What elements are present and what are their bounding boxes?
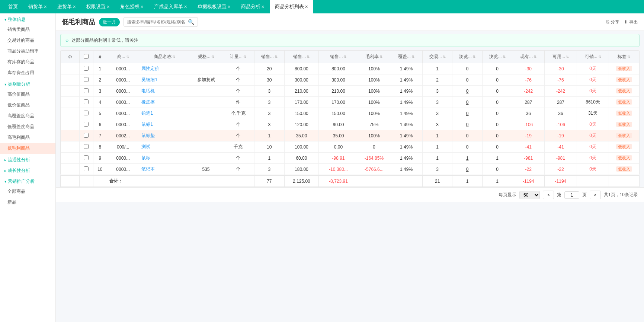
nav-sales-close[interactable]: ✕ (44, 4, 47, 9)
nav-permissions[interactable]: 权限设置 ✕ (81, 0, 115, 13)
col-views1[interactable]: 浏览...⇅ (452, 51, 482, 63)
col-tag[interactable]: 标签⇅ (609, 51, 639, 63)
row-select-checkbox[interactable] (84, 111, 89, 115)
row-name[interactable]: 属性定价 (139, 63, 190, 74)
row-settings[interactable] (61, 86, 80, 97)
row-views1[interactable]: 1 (452, 153, 482, 164)
row-views1[interactable]: 0 (452, 141, 482, 153)
row-checkbox[interactable] (79, 74, 93, 86)
row-settings[interactable] (61, 108, 80, 119)
row-settings[interactable] (61, 74, 80, 86)
nav-analysis-list[interactable]: 商品分析列表 ✕ (270, 0, 313, 13)
col-checkbox[interactable] (79, 51, 93, 63)
sidebar-group-overall[interactable]: ▾ 整体信息 (0, 13, 55, 24)
row-name[interactable]: 吴细细1 (139, 74, 190, 86)
row-name[interactable]: 鼠标垫 (139, 130, 190, 141)
row-checkbox[interactable] (79, 119, 93, 130)
row-checkbox[interactable] (79, 86, 93, 97)
col-transactions[interactable]: 交易...⇅ (422, 51, 452, 63)
row-views1[interactable]: 0 (452, 97, 482, 108)
row-checkbox[interactable] (79, 153, 93, 164)
nav-analysis[interactable]: 商品分析 ✕ (236, 0, 270, 13)
row-name[interactable]: 笔记本 (139, 164, 190, 175)
col-sales-price[interactable]: 销售...⇅ (284, 51, 319, 63)
row-views1[interactable]: 0 (452, 164, 482, 175)
row-checkbox[interactable] (79, 108, 93, 119)
row-settings[interactable] (61, 153, 80, 164)
row-views1[interactable]: 0 (452, 74, 482, 86)
row-select-checkbox[interactable] (84, 133, 89, 138)
nav-products[interactable]: 产成品入库单 ✕ (149, 0, 192, 13)
row-checkbox[interactable] (79, 97, 93, 108)
col-sales-profit[interactable]: 销售...⇅ (319, 51, 358, 63)
row-name[interactable]: 铅笔1 (139, 108, 190, 119)
nav-analysis-list-close[interactable]: ✕ (305, 4, 308, 9)
nav-roles-close[interactable]: ✕ (140, 4, 144, 9)
row-checkbox[interactable] (79, 164, 93, 175)
row-select-checkbox[interactable] (84, 88, 89, 93)
row-settings[interactable] (61, 97, 80, 108)
sidebar-item-high-coverage[interactable]: 高覆盖度商品 (0, 111, 55, 121)
nav-permissions-close[interactable]: ✕ (106, 4, 110, 9)
sidebar-item-low-value[interactable]: 低价值商品 (0, 100, 55, 111)
nav-purchase[interactable]: 进货单 ✕ (52, 0, 81, 13)
row-select-checkbox[interactable] (84, 66, 89, 71)
sidebar-group-class[interactable]: ▾ 类别量分析 (0, 78, 55, 89)
sidebar-item-sales-goods[interactable]: 销售类商品 (0, 24, 55, 35)
sidebar-item-traded-goods[interactable]: 交易过的商品 (0, 35, 55, 46)
sidebar-item-high-value[interactable]: 高价值商品 (0, 89, 55, 100)
sidebar-item-low-coverage[interactable]: 低覆盖度商品 (0, 121, 55, 132)
nav-template-close[interactable]: ✕ (227, 4, 231, 9)
row-select-checkbox[interactable] (84, 99, 89, 104)
search-input[interactable] (127, 19, 186, 25)
row-checkbox[interactable] (79, 63, 93, 74)
next-page-button[interactable]: ＞ (590, 191, 601, 199)
sidebar-item-category-rate[interactable]: 商品分类助销率 (0, 46, 55, 57)
row-views1[interactable]: 0 (452, 63, 482, 74)
col-spec[interactable]: 规格...⇅ (190, 51, 222, 63)
sidebar-group-growth[interactable]: ▸ 成长性分析 (0, 165, 55, 175)
col-available[interactable]: 可用...⇅ (545, 51, 577, 63)
page-size-select[interactable]: 50 100 (519, 191, 540, 199)
row-name[interactable]: 电话机 (139, 86, 190, 97)
row-views1[interactable]: 0 (452, 130, 482, 141)
sidebar-group-marketing[interactable]: ▾ 营销推广分析 (0, 175, 55, 186)
col-coverage[interactable]: 覆盖...⇅ (390, 51, 423, 63)
sidebar-item-stock-goods[interactable]: 有库存的商品 (0, 57, 55, 67)
row-select-checkbox[interactable] (84, 155, 89, 160)
row-select-checkbox[interactable] (84, 166, 89, 171)
nav-roles[interactable]: 角色授权 ✕ (115, 0, 149, 13)
prev-page-button[interactable]: ＜ (543, 191, 554, 199)
col-settings[interactable]: ⚙ (61, 51, 80, 63)
col-views2[interactable]: 浏览...⇅ (482, 51, 512, 63)
nav-purchase-close[interactable]: ✕ (73, 4, 76, 9)
col-current-stock[interactable]: 现有...⇅ (512, 51, 545, 63)
row-settings[interactable] (61, 130, 80, 141)
row-checkbox[interactable] (79, 130, 93, 141)
col-saleable[interactable]: 可销...⇅ (577, 51, 609, 63)
row-checkbox[interactable] (79, 141, 93, 153)
row-name[interactable]: 测试 (139, 141, 190, 153)
export-button[interactable]: ⬆ 导出 (624, 19, 638, 25)
row-settings[interactable] (61, 63, 80, 74)
sidebar-item-stock-capital[interactable]: 库存资金占用 (0, 67, 55, 78)
row-name[interactable]: 鼠标1 (139, 119, 190, 130)
page-number-input[interactable] (564, 191, 579, 199)
share-button[interactable]: ⎘ 分享 (606, 19, 619, 25)
sidebar-item-low-margin[interactable]: 低毛利商品 (0, 143, 55, 154)
sidebar-group-flow[interactable]: ▸ 流通性分析 (0, 154, 55, 165)
row-select-checkbox[interactable] (84, 122, 89, 127)
nav-sales[interactable]: 销货单 ✕ (23, 0, 52, 13)
row-views1[interactable]: 0 (452, 86, 482, 97)
col-sales-qty[interactable]: 销售...⇅ (254, 51, 284, 63)
row-views1[interactable]: 0 (452, 108, 482, 119)
col-unit[interactable]: 计量...⇅ (222, 51, 254, 63)
row-views1[interactable]: 0 (452, 119, 482, 130)
select-all-checkbox[interactable] (84, 54, 89, 59)
nav-analysis-close[interactable]: ✕ (261, 4, 265, 9)
row-settings[interactable] (61, 164, 80, 175)
sidebar-item-all-goods[interactable]: 全部商品 (0, 186, 55, 197)
sidebar-item-high-margin[interactable]: 高毛利商品 (0, 132, 55, 143)
row-select-checkbox[interactable] (84, 144, 89, 149)
col-name[interactable]: 商品名称⇅ (139, 51, 190, 63)
